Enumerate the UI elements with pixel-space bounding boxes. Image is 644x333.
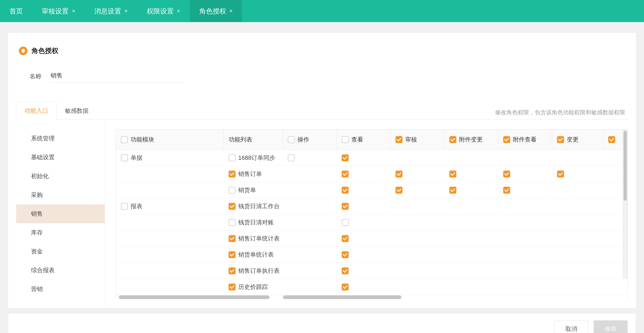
- horizontal-scrollbar[interactable]: [116, 295, 628, 299]
- checkbox-view[interactable]: [342, 171, 349, 178]
- checkbox-header-op[interactable]: [288, 136, 295, 143]
- checkbox-header-audit[interactable]: [396, 136, 402, 143]
- table-row: 销售订单: [116, 166, 628, 182]
- hint-text: 修改角色权限，包含该角色功能权限和敏感数据权限: [495, 109, 625, 119]
- top-tab[interactable]: 角色授权×: [190, 0, 242, 22]
- checkbox-audit[interactable]: [396, 171, 402, 178]
- checkbox-func[interactable]: [229, 251, 236, 258]
- func-label: 历史价跟踪: [238, 283, 268, 291]
- th-module: 功能模块: [116, 129, 224, 150]
- checkbox-func[interactable]: [229, 284, 236, 291]
- module-label: 单据: [131, 154, 142, 162]
- checkbox-op[interactable]: [288, 154, 295, 161]
- th-op: 操作: [283, 129, 337, 150]
- sidebar-item[interactable]: 销售: [16, 204, 105, 223]
- close-icon[interactable]: ×: [124, 8, 128, 15]
- table-row: 销售订单执行表: [116, 263, 628, 279]
- checkbox-header-att1[interactable]: [449, 136, 456, 143]
- th-func: 功能列表: [224, 129, 283, 150]
- checkbox-view[interactable]: [342, 267, 349, 274]
- hscroll-thumb-right[interactable]: [283, 295, 401, 299]
- th-view: 查看: [337, 129, 391, 150]
- top-tab-label: 首页: [9, 7, 23, 16]
- sidebar-item[interactable]: 基础设置: [16, 148, 105, 167]
- top-tab[interactable]: 审核设置×: [32, 0, 85, 22]
- th-audit: 审核: [391, 129, 444, 150]
- func-label: 钱货日清工作台: [238, 202, 280, 210]
- checkbox-att1[interactable]: [449, 171, 456, 178]
- checkbox-header-last[interactable]: [608, 136, 615, 143]
- hscroll-thumb-left[interactable]: [119, 295, 270, 299]
- checkbox-view[interactable]: [342, 154, 349, 161]
- checkbox-module[interactable]: [121, 203, 128, 210]
- th-change: 变更: [552, 129, 603, 150]
- checkbox-header-change[interactable]: [557, 136, 564, 143]
- sidebar-item[interactable]: 库存: [16, 223, 105, 242]
- checkbox-module[interactable]: [121, 154, 128, 161]
- top-tab[interactable]: 消息设置×: [85, 0, 137, 22]
- checkbox-change[interactable]: [557, 171, 564, 178]
- subtab[interactable]: 敏感数据: [57, 102, 97, 120]
- name-input[interactable]: [50, 70, 184, 83]
- func-label: 钱货日清对账: [238, 218, 274, 226]
- checkbox-func[interactable]: [229, 235, 236, 242]
- category-sidebar: 系统管理基础设置初始化采购销售库存资金综合报表营销: [16, 120, 105, 308]
- checkbox-view[interactable]: [342, 251, 349, 258]
- checkbox-header-module[interactable]: [121, 136, 128, 143]
- checkbox-view[interactable]: [342, 187, 349, 194]
- table-row: 单据1688订单同步: [116, 150, 628, 166]
- sidebar-item[interactable]: 系统管理: [16, 129, 105, 148]
- top-tab-label: 角色授权: [199, 7, 226, 16]
- page-header: 角色授权: [16, 46, 628, 55]
- checkbox-func[interactable]: [229, 171, 236, 178]
- subtab-row: 功能入口敏感数据 修改角色权限，包含该角色功能权限和敏感数据权限: [16, 101, 628, 120]
- close-icon[interactable]: ×: [177, 8, 180, 15]
- sidebar-item[interactable]: 营销: [16, 280, 105, 299]
- top-tab-label: 权限设置: [147, 7, 174, 16]
- checkbox-view[interactable]: [342, 235, 349, 242]
- sidebar-item[interactable]: 采购: [16, 186, 105, 204]
- sidebar-item[interactable]: 资金: [16, 242, 105, 261]
- checkbox-view[interactable]: [342, 203, 349, 210]
- func-label: 销售订单统计表: [238, 235, 280, 243]
- sidebar-item[interactable]: 初始化: [16, 167, 105, 186]
- checkbox-view[interactable]: [342, 219, 349, 226]
- top-tab-label: 消息设置: [94, 7, 121, 16]
- checkbox-func[interactable]: [229, 219, 236, 226]
- checkbox-att1[interactable]: [449, 187, 456, 194]
- top-tab[interactable]: 首页: [0, 0, 32, 22]
- sidebar-item[interactable]: 综合报表: [16, 261, 105, 280]
- subtab[interactable]: 功能入口: [16, 102, 57, 120]
- checkbox-view[interactable]: [342, 284, 349, 291]
- top-tab[interactable]: 权限设置×: [137, 0, 190, 22]
- module-label: 报表: [131, 202, 142, 210]
- checkbox-header-view[interactable]: [342, 136, 349, 143]
- func-label: 1688订单同步: [238, 154, 275, 162]
- checkbox-audit[interactable]: [396, 187, 402, 194]
- table-body: 单据1688订单同步销售订单销货单报表钱货日清工作台钱货日清对账销售订单统计表销…: [116, 150, 628, 295]
- th-att2: 附件查看: [498, 129, 552, 150]
- checkbox-func[interactable]: [229, 203, 236, 210]
- close-icon[interactable]: ×: [72, 8, 75, 15]
- shield-icon: [19, 47, 27, 55]
- th-last: [603, 129, 620, 150]
- func-label: 销售订单: [238, 170, 262, 178]
- checkbox-func[interactable]: [229, 187, 236, 194]
- permission-table: 功能模块 功能列表 操作 查看 审核 附件变更 附件查看 变更 单据1688订单…: [116, 129, 628, 299]
- name-row: 名称: [16, 70, 628, 83]
- table-row: 销货单统计表: [116, 247, 628, 263]
- checkbox-att2[interactable]: [503, 187, 510, 194]
- checkbox-func[interactable]: [229, 267, 236, 274]
- vertical-scrollbar[interactable]: [623, 129, 628, 279]
- vscroll-thumb[interactable]: [624, 131, 627, 201]
- checkbox-func[interactable]: [229, 154, 236, 161]
- permission-table-area: 功能模块 功能列表 操作 查看 审核 附件变更 附件查看 变更 单据1688订单…: [105, 120, 628, 308]
- checkbox-att2[interactable]: [503, 171, 510, 178]
- close-icon[interactable]: ×: [229, 8, 233, 15]
- th-att1: 附件变更: [444, 129, 498, 150]
- table-row: 报表钱货日清工作台: [116, 198, 628, 214]
- top-tab-label: 审核设置: [42, 7, 69, 16]
- save-button[interactable]: 保存: [594, 320, 628, 333]
- cancel-button[interactable]: 取消: [554, 320, 588, 333]
- checkbox-header-att2[interactable]: [503, 136, 510, 143]
